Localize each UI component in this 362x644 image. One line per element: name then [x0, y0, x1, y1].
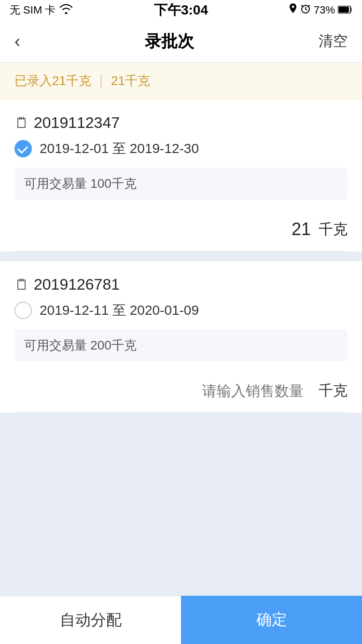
batch-item-1: 🗒 2019112347 2019-12-01 至 2019-12-30 可用交… [0, 99, 362, 252]
batch2-date: 2019-12-11 至 2020-01-09 [40, 301, 199, 320]
batch1-date-row: 2019-12-01 至 2019-12-30 [14, 140, 348, 158]
svg-rect-2 [339, 7, 349, 13]
batch1-header: 🗒 2019112347 [14, 114, 348, 132]
sim-text: 无 SIM 卡 [10, 3, 56, 17]
batch1-date: 2019-12-01 至 2019-12-30 [40, 140, 199, 158]
batch2-header: 🗒 2019126781 [14, 276, 348, 294]
status-right: 73% [289, 3, 352, 17]
batch2-id: 2019126781 [34, 276, 120, 294]
banner-divider [101, 74, 101, 88]
section-separator [0, 252, 362, 261]
batch-item-2: 🗒 2019126781 2019-12-11 至 2020-01-09 可用交… [0, 261, 362, 413]
clear-button[interactable]: 清空 [319, 31, 348, 51]
batch1-available: 可用交易量 100千克 [14, 168, 348, 200]
page-title: 录批次 [145, 30, 194, 53]
page-content: 已录入21千克 21千克 🗒 2019112347 2019-12-01 至 2… [0, 63, 362, 638]
alarm-icon [300, 3, 311, 17]
back-button[interactable]: ‹ [14, 31, 20, 52]
batch1-quantity-row: 21 千克 [14, 210, 348, 252]
recorded-value: 21千克 [111, 72, 150, 89]
location-icon [289, 3, 297, 17]
battery-icon [338, 4, 352, 16]
bottom-bar: 自动分配 确定 [0, 596, 362, 644]
wifi-icon [59, 3, 73, 17]
batch1-radio[interactable] [14, 140, 32, 157]
auto-distribute-button[interactable]: 自动分配 [0, 596, 181, 644]
status-left: 无 SIM 卡 [10, 3, 73, 17]
recorded-label: 已录入21千克 [14, 72, 91, 89]
status-bar: 无 SIM 卡 下午3:04 73% [0, 0, 362, 20]
batch2-icon: 🗒 [14, 277, 29, 293]
batch2-quantity-input[interactable] [166, 383, 311, 399]
batch2-radio[interactable] [14, 302, 32, 319]
batch1-qty-unit: 千克 [319, 220, 348, 239]
battery-percent: 73% [314, 4, 335, 16]
nav-bar: ‹ 录批次 清空 [0, 20, 362, 63]
batch2-qty-unit: 千克 [319, 381, 348, 401]
batch2-available: 可用交易量 200千克 [14, 329, 348, 362]
batch1-icon: 🗒 [14, 115, 29, 131]
info-banner: 已录入21千克 21千克 [0, 63, 362, 99]
status-time: 下午3:04 [154, 1, 208, 19]
batch1-id: 2019112347 [34, 114, 120, 132]
batch1-qty-value: 21 [292, 219, 311, 239]
batch2-date-row: 2019-12-11 至 2020-01-09 [14, 301, 348, 320]
batch2-input-row: 千克 [14, 371, 348, 413]
confirm-button[interactable]: 确定 [181, 596, 362, 644]
